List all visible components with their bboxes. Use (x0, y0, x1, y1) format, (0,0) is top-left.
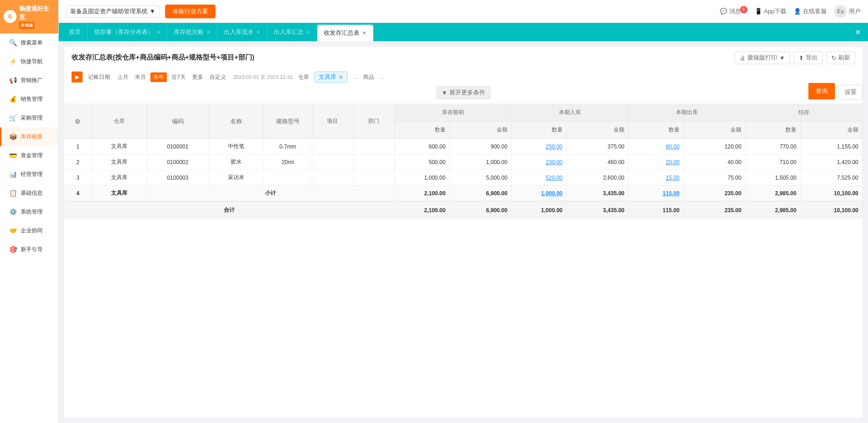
page-title: 收发存汇总表(按仓库+商品编码+商品+规格型号+项目+部门) (72, 53, 254, 62)
tab-home[interactable]: 首页 (62, 23, 88, 41)
th-in-amount: 金额 (566, 121, 628, 139)
topbar: 装备及固定资产辅助管理系统 ▼ 体验行业方案 💬 消息 6 📱 App下载 👤 … (59, 0, 868, 23)
sidebar-logo: 6 畅捷通好生意 标准版 (0, 0, 58, 33)
app-download-btn[interactable]: 📱 App下载 (755, 7, 786, 16)
tab-close-recv-send[interactable]: ✕ (362, 30, 366, 36)
sub-out-qty-link[interactable]: 115.00 (628, 186, 683, 202)
th-dept: 部门 (353, 104, 394, 139)
query-btn[interactable]: 查询 (808, 83, 835, 99)
query-actions: 查询 设置 (64, 83, 862, 99)
print-btn[interactable]: 🖨 拨镜版打印 ▼ (735, 51, 790, 64)
date-last-month[interactable]: 上月 (116, 72, 130, 82)
sidebar-item-sales[interactable]: 💰销售管理 (0, 90, 58, 109)
table-settings-icon[interactable]: ⚙ (75, 118, 81, 125)
sidebar-item-marketing[interactable]: 📢营销推广 (0, 71, 58, 90)
tab-close-batch[interactable]: ✕ (206, 29, 210, 35)
sidebar-item-system[interactable]: ⚙️系统管理 (0, 203, 58, 221)
th-code: 编码 (147, 104, 209, 139)
total-out-qty: 115.00 (628, 201, 683, 219)
tab-close-inout-summary[interactable]: ✕ (306, 29, 310, 35)
date-this-month[interactable]: 本月 (133, 72, 148, 82)
sidebar-item-guide[interactable]: 🎯新手引导 (0, 240, 58, 259)
sidebar-item-quick-nav[interactable]: ⚡快捷导航 (0, 52, 58, 71)
table-container: ⚙ 仓库 编码 名称 规格型号 项目 部门 库存期初 (64, 104, 862, 418)
tab-inout-summary[interactable]: 出入库汇总✕ (267, 23, 317, 41)
th-opening-qty: 数量 (394, 121, 449, 139)
online-service-btn[interactable]: 👤 在线客服 (794, 7, 827, 16)
date-custom[interactable]: 自定义 (208, 72, 228, 82)
message-icon-group[interactable]: 💬 消息 6 (720, 7, 747, 16)
th-project: 项目 (312, 104, 353, 139)
logo-icon: 6 (4, 10, 17, 23)
th-closing-qty: 数量 (745, 121, 800, 139)
in-qty-link[interactable]: 250.00 (511, 139, 566, 154)
avatar: Ea (834, 5, 847, 18)
sidebar-item-purchase[interactable]: 🛒采购管理 (0, 109, 58, 127)
filter-settings-btn[interactable]: 设置 (839, 85, 862, 99)
tabbar: 首页现存量（库存分布表）✕库存批次账✕出入库流水✕出入库汇总✕收发存汇总表✕ ✕ (59, 23, 868, 41)
th-out-group: 本期出库 (628, 104, 745, 121)
subtotal-row: 4 文具库 小计 2,100.00 6,900.00 1,000.00 3,43… (64, 186, 862, 202)
warehouse-more-btn[interactable]: ... (353, 74, 358, 80)
date-this-year[interactable]: 本年 (150, 72, 167, 82)
th-out-qty: 数量 (628, 121, 683, 139)
table-row: 3 文具库 0100003 采访本 1,000.00 5,000.00 520.… (64, 170, 862, 186)
th-spec: 规格型号 (264, 104, 312, 139)
out-qty-link[interactable]: 20.00 (628, 154, 683, 170)
sub-in-qty-link[interactable]: 1,000.00 (511, 186, 566, 202)
th-closing-group: 结存 (745, 104, 862, 121)
date-7days[interactable]: 近7天 (170, 72, 188, 82)
refresh-btn[interactable]: ↻ 刷新 (826, 51, 855, 64)
th-settings[interactable]: ⚙ (64, 104, 92, 139)
th-in-qty: 数量 (511, 121, 566, 139)
th-opening-group: 库存期初 (394, 104, 511, 121)
page-content: 收发存汇总表(按仓库+商品编码+商品+规格型号+项目+部门) 🖨 拨镜版打印 ▼… (59, 41, 868, 423)
close-all-tabs-btn[interactable]: ✕ (851, 28, 864, 37)
goods-more-btn[interactable]: ... (380, 74, 384, 80)
user-avatar-group[interactable]: Ea 用户 (834, 5, 861, 18)
tab-close-inout-flow[interactable]: ✕ (256, 29, 260, 35)
total-opening-qty: 2,100.00 (394, 201, 449, 219)
out-qty-link[interactable]: 80.00 (628, 139, 683, 154)
tab-recv-send[interactable]: 收发存汇总表✕ (317, 25, 373, 41)
table-footer: 合计 2,100.00 6,900.00 1,000.00 3,435.00 1… (64, 201, 862, 219)
warehouse-tag-close[interactable]: ✕ (338, 74, 343, 81)
total-in-qty: 1,000.00 (511, 201, 566, 219)
sidebar-item-operations[interactable]: 📊经营管理 (0, 165, 58, 184)
sidebar-item-finance[interactable]: 💳资金管理 (0, 146, 58, 165)
in-qty-link[interactable]: 230.00 (511, 154, 566, 170)
th-name: 名称 (209, 104, 264, 139)
topbar-right: 💬 消息 6 📱 App下载 👤 在线客服 Ea 用户 (720, 5, 861, 18)
warehouse-filter-tag[interactable]: 文具库 ✕ (315, 71, 348, 82)
total-out-amount: 235.00 (683, 201, 745, 219)
system-selector[interactable]: 装备及固定资产辅助管理系统 ▼ (66, 5, 160, 18)
sidebar-item-base-info[interactable]: 📋基础信息 (0, 184, 58, 203)
sidebar-item-search[interactable]: 🔍搜索菜单 (0, 33, 58, 52)
total-in-amount: 3,435.00 (566, 201, 628, 219)
tab-batch[interactable]: 库存批次账✕ (167, 23, 217, 41)
table-row: 2 文具库 0100002 胶水 20ml 500.00 1,000.00 23… (64, 154, 862, 170)
total-opening-amount: 6,900.00 (449, 201, 511, 219)
date-more[interactable]: 更多 (190, 72, 205, 82)
main-area: 装备及固定资产辅助管理系统 ▼ 体验行业方案 💬 消息 6 📱 App下载 👤 … (59, 0, 868, 423)
tab-inventory-dist[interactable]: 现存量（库存分布表）✕ (88, 23, 167, 41)
total-closing-amount: 10,100.00 (800, 201, 862, 219)
th-in-group: 本期入库 (511, 104, 628, 121)
date-range-display: 2023-01-01 至 2023-12-31 (233, 74, 293, 81)
tab-close-inventory-dist[interactable]: ✕ (156, 29, 160, 35)
export-btn[interactable]: ⬆ 导出 (794, 51, 823, 64)
th-warehouse: 仓库 (92, 104, 147, 139)
out-qty-link[interactable]: 15.00 (628, 170, 683, 186)
filter-toggle-btn[interactable]: ▶ (72, 71, 83, 82)
top-actions: 🖨 拨镜版打印 ▼ ⬆ 导出 ↻ 刷新 (735, 51, 855, 64)
th-out-amount: 金额 (683, 121, 745, 139)
logo-text: 畅捷通好生意 标准版 (19, 5, 55, 29)
in-qty-link[interactable]: 520.00 (511, 170, 566, 186)
date-shortcuts: 上月 本月 本年 近7天 更多 自定义 (116, 72, 228, 82)
sidebar-item-inventory[interactable]: 📦库存核算 (0, 127, 58, 146)
filter-row: ▶ 记账日期 上月 本月 本年 近7天 更多 自定义 2023-01-01 至 … (72, 71, 855, 82)
tab-inout-flow[interactable]: 出入库流水✕ (217, 23, 267, 41)
total-closing-qty: 2,985.00 (745, 201, 800, 219)
experience-btn[interactable]: 体验行业方案 (165, 5, 216, 18)
sidebar-item-enterprise[interactable]: 🤝企业协同 (0, 221, 58, 240)
